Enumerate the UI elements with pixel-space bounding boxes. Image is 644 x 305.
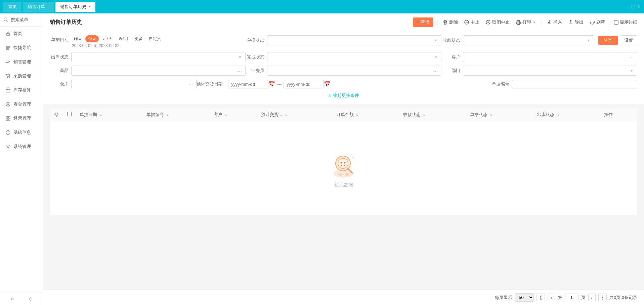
sidebar-item-purchase-label: 采购管理 [13, 73, 31, 79]
out-status-select[interactable]: ▼ [71, 52, 246, 62]
sidebar-item-quick-nav[interactable]: 快捷导航 [0, 41, 43, 55]
th-amount[interactable]: 订单金额 ⇅ [332, 108, 399, 121]
pay-status-select[interactable]: ▼ [463, 35, 594, 45]
th-pay-status-sort[interactable]: ⇅ [422, 113, 425, 117]
th-date[interactable]: 单据日期 ⇅ [76, 108, 142, 121]
complete-status-select[interactable]: ▼ [267, 52, 441, 62]
sidebar-item-quick-nav-label: 快捷导航 [13, 45, 31, 51]
sidebar-item-home[interactable]: 首页 [0, 27, 43, 41]
sidebar-item-system[interactable]: 系统管理 [0, 140, 43, 154]
tab-sales-order-history-close[interactable]: × [88, 4, 91, 9]
date-to-input[interactable] [284, 80, 324, 88]
refresh-button[interactable]: 刷新 [588, 19, 606, 25]
current-page-input[interactable] [565, 294, 578, 301]
order-no-input[interactable] [512, 80, 637, 88]
delete-button[interactable]: 删除 [441, 19, 459, 25]
customer-dots[interactable]: ··· [629, 54, 634, 60]
svg-rect-4 [6, 47, 10, 48]
svg-point-37 [354, 161, 355, 162]
tab-sales-order-close[interactable]: × [47, 4, 49, 9]
customer-select[interactable]: ··· [463, 52, 637, 62]
filter-col-order-no: 单据编号 [490, 80, 637, 88]
svg-rect-8 [6, 89, 10, 92]
complete-status-label: 完成状态 [246, 54, 264, 60]
warehouse-select[interactable]: ··· [71, 79, 197, 89]
th-out-status-sort[interactable]: ⇅ [556, 113, 559, 117]
th-order-status[interactable]: 单据状态 ⇅ [466, 108, 533, 121]
product-dots[interactable]: ··· [238, 68, 242, 74]
th-amount-sort[interactable]: ⇅ [355, 113, 358, 117]
add-button[interactable]: + 新增 [413, 17, 433, 27]
tab-sales-order-history[interactable]: 销售订单历史 × [55, 2, 95, 12]
th-customer[interactable]: 客户 ⇅ [210, 108, 257, 121]
tab-sales-order[interactable]: 销售订单 × [23, 2, 54, 12]
th-date-sort[interactable]: ⇅ [99, 113, 102, 117]
show-cols-checkbox[interactable] [614, 20, 618, 25]
date-chip-custom[interactable]: 自定义 [146, 35, 164, 42]
th-expected-date[interactable]: 预计交货... ⇅ [257, 108, 332, 121]
dept-select[interactable]: ▼ [463, 66, 637, 76]
first-page-btn[interactable]: ⟪ [536, 294, 545, 301]
warehouse-dots[interactable]: ··· [189, 81, 193, 87]
svg-point-38 [352, 155, 352, 155]
sidebar-item-finance[interactable]: 资金管理 [0, 97, 43, 111]
sidebar-item-operations[interactable]: 经营管理 [0, 111, 43, 125]
empty-illustration [324, 148, 364, 182]
print-dropdown-icon: ▼ [532, 21, 536, 24]
table-settings-icon[interactable] [54, 112, 59, 117]
th-expected-date-sort[interactable]: ⇅ [284, 113, 287, 117]
select-all-checkbox[interactable] [67, 112, 72, 116]
sidebar-item-base-info[interactable]: 基础信息 [0, 125, 43, 140]
th-pay-status[interactable]: 收款状态 ⇅ [399, 108, 466, 121]
export-button[interactable]: 导出 [567, 19, 585, 25]
th-order-no[interactable]: 单据编号 ⇅ [142, 108, 209, 121]
th-out-status[interactable]: 出库状态 ⇅ [533, 108, 600, 121]
date-chip-more[interactable]: 更多 [132, 35, 145, 42]
th-customer-sort[interactable]: ⇅ [224, 113, 227, 117]
import-button[interactable]: 导入 [545, 19, 563, 25]
prev-page-btn[interactable]: ‹ [548, 294, 555, 301]
export-icon [568, 20, 573, 25]
sidebar-item-inventory[interactable]: 库存核算 [0, 83, 43, 97]
th-order-status-sort[interactable]: ⇅ [489, 113, 492, 117]
cal-from-icon[interactable]: 📅 [268, 81, 275, 87]
settings-icon[interactable] [10, 296, 15, 302]
show-cols-toggle[interactable]: 显示碰细 [614, 19, 637, 25]
print-button[interactable]: 打印 ▼ [514, 19, 537, 25]
next-page-btn[interactable]: › [588, 294, 596, 301]
window-close-btn[interactable]: × [638, 4, 641, 10]
th-order-no-sort[interactable]: ⇅ [166, 113, 169, 117]
filter-col-expected-date: 预计交货日期 📅 — 📅 [197, 80, 490, 88]
order-status-select[interactable]: ▼ [267, 35, 441, 45]
collapse-filter-row[interactable]: ∧ 收起更多条件 [50, 91, 637, 100]
sidebar-item-finance-label: 资金管理 [13, 101, 31, 107]
tab-home[interactable]: 首页 [3, 2, 22, 12]
date-from-input[interactable] [228, 80, 268, 88]
salesman-dots[interactable]: ··· [433, 68, 438, 74]
date-chip-7days[interactable]: 近7天 [99, 35, 115, 42]
collapse-sidebar-icon[interactable] [28, 296, 33, 302]
cancel-stop-button[interactable]: 取消中止 [484, 19, 511, 25]
date-chip-yesterday[interactable]: 昨天 [71, 35, 85, 42]
settings-filter-button[interactable]: 设置 [620, 35, 637, 45]
th-settings[interactable] [50, 108, 63, 121]
stop-button[interactable]: 中止 [463, 19, 481, 25]
date-chip-today[interactable]: 今天 [85, 35, 99, 42]
product-select[interactable]: ··· [71, 66, 246, 76]
last-page-btn[interactable]: ⟫ [598, 294, 607, 301]
search-icon [3, 17, 9, 23]
sidebar-search[interactable]: 搜索菜单 [0, 13, 43, 27]
sidebar-item-sales[interactable]: 销售管理 [0, 55, 43, 69]
th-action-label: 操作 [604, 112, 613, 117]
date-chip-1month[interactable]: 近1月 [116, 35, 132, 42]
sidebar-item-purchase[interactable]: 采购管理 [0, 69, 43, 83]
window-maximize-btn[interactable]: □ [632, 4, 635, 10]
window-minimize-btn[interactable]: — [624, 4, 629, 10]
page-size-select[interactable]: 50 10 20 100 [515, 293, 534, 302]
th-checkbox[interactable] [63, 108, 76, 121]
cal-to-icon[interactable]: 📅 [324, 81, 331, 87]
stop-label: 中止 [471, 19, 479, 25]
query-button[interactable]: 查询 [598, 36, 618, 45]
salesman-select[interactable]: ··· [267, 66, 441, 76]
expected-date-label: 预计交货日期 [197, 81, 223, 87]
